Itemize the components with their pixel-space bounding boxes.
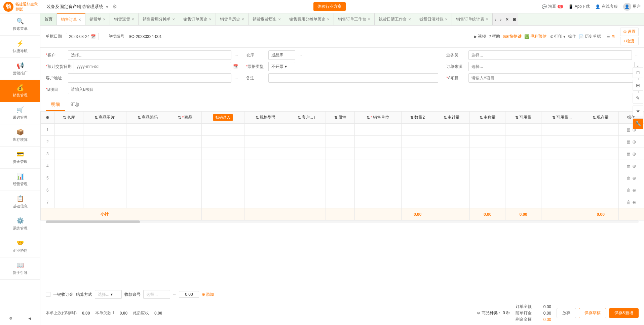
payment-amount[interactable]: 0.00 [179,291,199,298]
float-btn-2[interactable]: ⊞ [633,80,643,91]
industry-plan-button[interactable]: 体验行业方案 [313,2,346,11]
sidebar-item-marketing[interactable]: 📢 营销推广 [0,58,40,80]
col-product[interactable]: ⇅*商品 [169,112,201,124]
tab-sales-return[interactable]: 销货退货 ✕ [110,13,139,25]
row-copy-btn[interactable]: ⊕ [632,188,636,193]
sub-tab-detail[interactable]: 明细 [46,99,65,111]
sidebar-item-inventory[interactable]: 📦 库存核算 [0,124,40,147]
sidebar-collapse-icon[interactable]: ◀ [28,316,31,321]
warehouse-value[interactable]: 成品库 [268,50,295,60]
account-select[interactable]: 选择... [143,290,170,299]
invoice-type-select[interactable]: 不开票 ▾ [268,62,295,71]
row-copy-btn[interactable]: ⊕ [632,139,636,145]
profit-forecast-btn[interactable]: 💹 毛利预估 [524,34,546,39]
sidebar-item-guide[interactable]: 📖 新手引导 [0,257,40,280]
notification-item[interactable]: 💬 淘豆 6 [542,4,563,9]
settings-button[interactable]: ⚙ 设置 [620,28,639,36]
col-available[interactable]: ⇅可用量 [505,112,541,124]
settings-icon[interactable]: ⚙ [112,3,117,10]
order-source-input[interactable] [468,62,635,71]
tab-expense-split[interactable]: 销售费用分摊单 ✕ [139,13,179,25]
tab-home[interactable]: 首页 [40,13,57,25]
sidebar-item-operations[interactable]: 📊 经营管理 [0,169,40,191]
tab-menu-button[interactable]: ⊞ [511,13,518,25]
float-btn-4[interactable]: ★ [633,106,643,116]
col-spec[interactable]: ⇅规格型号 [244,112,287,124]
float-btn-5[interactable]: 🔧 [633,118,643,129]
customer-expand-icon[interactable]: ··· [235,53,238,57]
system-dropdown-icon[interactable]: ▾ [106,4,108,9]
row-delete-btn[interactable]: 🗑 [626,163,631,169]
sidebar-item-finance[interactable]: 💳 资金管理 [0,147,40,169]
tab-order-history[interactable]: 销售订单历史 ✕ [179,13,216,25]
row-copy-btn[interactable]: ⊕ [632,151,636,157]
row-copy-btn[interactable]: ⊕ [632,200,636,205]
operations-btn[interactable]: 操作 [568,34,576,39]
float-btn-1[interactable]: □ [633,67,643,78]
a-project-input[interactable] [468,73,639,83]
logistics-button[interactable]: + 物流 [620,37,639,45]
sidebar-item-quick-nav[interactable]: ⚡ 快捷导航 [0,36,40,58]
tab-close-all-button[interactable]: ✕ [503,13,511,25]
tab-sales-order[interactable]: 销售订单 ✕ [57,13,85,25]
sidebar-item-system[interactable]: ⚙️ 系统管理 [0,213,40,235]
col-settings[interactable]: ⚙ [41,112,55,124]
view-btn[interactable]: ▶ 视频 [474,34,486,39]
b-project-input[interactable] [68,85,639,94]
print-btn[interactable]: 🖨 打印 ▾ [549,34,565,39]
tab-credit-daily[interactable]: 钱货日清工作台 ✕ [375,13,415,25]
tab-sales-slip[interactable]: 销货单 ✕ [85,13,110,25]
row-delete-btn[interactable]: 🗑 [626,127,631,132]
sidebar-item-search[interactable]: 🔍 搜索菜单 [0,13,40,36]
tab-expense-history[interactable]: 销售费用分摊单历史 ✕ [285,13,334,25]
discard-button[interactable]: 放弃 [557,308,576,318]
payment-dots-icon[interactable]: ··· [173,292,176,297]
help-btn[interactable]: ? 帮助 [489,34,500,39]
tab-credit-reconcile[interactable]: 钱货日清对账 ✕ [415,13,452,25]
row-delete-btn[interactable]: 🗑 [626,151,631,157]
sidebar-item-enterprise[interactable]: 🤝 企业协同 [0,235,40,257]
customer-input[interactable] [68,50,231,60]
history-orders-btn[interactable]: 📄 历史单据 [579,34,601,39]
sidebar-item-base-info[interactable]: 📋 基础信息 [0,191,40,213]
row-copy-btn[interactable]: ⊕ [632,163,636,169]
salesperson-input[interactable] [468,50,632,60]
col-stock[interactable]: ⇅现存量 [583,112,618,124]
tab-next-button[interactable]: › [498,13,503,25]
warehouse-expand-icon[interactable]: ··· [299,53,302,57]
sidebar-settings[interactable]: ⚙ ◀ [0,312,40,325]
col-warehouse[interactable]: ⇅仓库 [54,112,83,124]
col-qty2[interactable]: ⇅数量2 [401,112,434,124]
col-attribute[interactable]: ⇅属性 [326,112,354,124]
col-product-image[interactable]: ⇅商品图片 [83,112,126,124]
tab-expense-split-close[interactable]: ✕ [172,17,175,21]
col-sales-unit[interactable]: ⇅*销售单位 [354,112,401,124]
user-item[interactable]: 👤 用户 [623,3,641,11]
tab-sales-return-close[interactable]: ✕ [131,17,134,21]
address-expand-icon[interactable]: ··· [235,76,238,80]
doc-date-field[interactable]: 2023-03-24 📅 [66,33,99,40]
sidebar-item-sales[interactable]: 💰 销售管理 [0,80,40,102]
horizontal-scrollbar[interactable] [46,220,639,223]
shortcut-btn[interactable]: ⌨ 快捷键 [503,34,522,39]
col-customer-ref[interactable]: ⇅客户...ℹ [287,112,326,124]
row-delete-btn[interactable]: 🗑 [626,200,631,205]
row-copy-btn[interactable]: ⊕ [632,175,636,181]
save-draft-button[interactable]: 保存草稿 [579,308,606,318]
settlement-method-select[interactable]: 选择... ▾ [95,290,122,299]
customer-address-input[interactable] [68,73,231,83]
salesperson-expand-icon[interactable]: ··· [635,53,639,57]
online-service-item[interactable]: 👤 在线客服 [595,4,618,9]
col-scan[interactable]: 扫码录入 [201,112,244,124]
delivery-calendar-icon[interactable]: 📅 [233,64,238,69]
row-delete-btn[interactable]: 🗑 [626,175,631,181]
save-new-button[interactable]: 保存&新增 [609,308,639,318]
layout-list-icon[interactable]: ☰ [606,34,610,39]
sidebar-item-purchase[interactable]: 🛒 采购管理 [0,102,40,124]
add-payment-btn[interactable]: ⊕ 添加 [202,292,214,297]
tab-sales-order-close[interactable]: ✕ [78,18,81,22]
tab-prev-button[interactable]: ‹ [493,13,498,25]
tab-return-history[interactable]: 销货退货历史 ✕ [249,13,285,25]
col-main-uom[interactable]: ⇅主计量 [434,112,469,124]
col-available2[interactable]: ⇅可用量... [541,112,583,124]
